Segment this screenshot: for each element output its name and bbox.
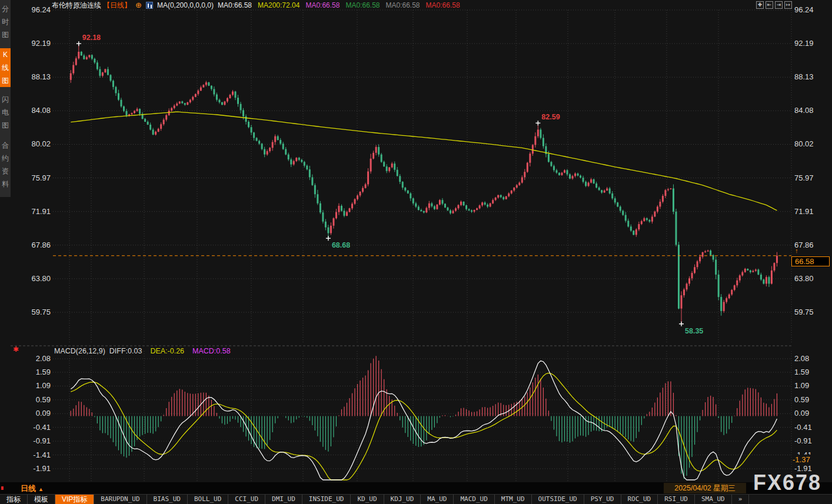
- current-price-badge: 66.58: [791, 256, 830, 266]
- indicator-alert-icon[interactable]: ✱: [13, 345, 19, 353]
- indicator-tab-VIP指标[interactable]: VIP指标: [55, 495, 94, 504]
- ma-value: MA0:66.58: [386, 1, 420, 9]
- macd-value-badge: -1.37: [793, 455, 823, 465]
- ma-values: MA0:66.58MA200:72.04MA0:66.58MA0:66.58MA…: [218, 1, 460, 9]
- macd-header: MACD(26,12,9) DIFF:0.03 DEA:-0.26 MACD:0…: [54, 347, 231, 355]
- indicator-tab-指标[interactable]: 指标: [0, 495, 28, 504]
- indicator-tab-OUTSIDE_UD[interactable]: OUTSIDE_UD: [532, 495, 584, 504]
- indicator-tab-BOLL_UD[interactable]: BOLL_UD: [188, 495, 228, 504]
- indicator-tab-模板[interactable]: 模板: [28, 495, 55, 504]
- highlighted-date: 2025/04/02 星期三: [664, 483, 746, 493]
- ma-value: MA0:66.58: [345, 1, 380, 9]
- indicator-tab-RSI_UD[interactable]: RSI_UD: [658, 495, 695, 504]
- ma-value: MA0:66.58: [426, 1, 460, 9]
- macd-dea-value: DEA:-0.26: [150, 347, 184, 355]
- symbol-title: 布伦特原油连续: [52, 1, 101, 11]
- indicator-tab-MA_UD[interactable]: MA_UD: [421, 495, 454, 504]
- price-alert-icon: ↑: [795, 247, 798, 254]
- axis-right-icon[interactable]: ⇥: [775, 1, 783, 9]
- indicator-tab-MTM_UD[interactable]: MTM_UD: [495, 495, 532, 504]
- ma-value: MA0:66.58: [218, 1, 252, 9]
- indicator-tab-PSY_UD[interactable]: PSY_UD: [584, 495, 621, 504]
- extreme-price-label: 58.35: [685, 327, 703, 335]
- ma-formula: MA(0,200,0,0,0,0): [157, 1, 214, 9]
- macd-macd-value: MACD:0.58: [192, 347, 231, 355]
- kline-app: 92.1868.6882.5958.35 分时图K线图闪电图合约资料 布伦特原油…: [0, 0, 832, 504]
- indicator-tab-ROC_UD[interactable]: ROC_UD: [621, 495, 658, 504]
- ma-value: MA200:72.04: [258, 1, 299, 9]
- indicator-tab-bar: 指标模板VIP指标BARUPDN_UDBIAS_UDBOLL_UDCCI_UDD…: [0, 494, 832, 504]
- kline-mini-icon[interactable]: [146, 2, 153, 9]
- period-dropdown-icon: ▲: [38, 486, 44, 492]
- sidebar: 分时图K线图闪电图合约资料: [0, 0, 11, 197]
- watermark: FX678: [753, 470, 821, 495]
- resize-handle[interactable]: [1, 486, 4, 490]
- indicator-tab-DMI_UD[interactable]: DMI_UD: [265, 495, 302, 504]
- sidebar-tab-1[interactable]: 分时图: [0, 2, 11, 41]
- indicator-tab-MACD_UD[interactable]: MACD_UD: [454, 495, 494, 504]
- chart-header: 布伦特原油连续【日线】 ⊕ MA(0,200,0,0,0,0) MA0:66.5…: [52, 1, 460, 10]
- indicator-tab-»[interactable]: »: [732, 495, 750, 504]
- chart-toolbar: ✚⇤⇥↦: [756, 1, 792, 9]
- indicator-tab-KD_UD[interactable]: KD_UD: [351, 495, 384, 504]
- macd-title: MACD(26,12,9): [54, 347, 105, 355]
- shift-right-icon[interactable]: ↦: [784, 1, 792, 9]
- indicator-tab-SMA_UD[interactable]: SMA_UD: [695, 495, 732, 504]
- indicator-tab-BARUPDN_UD[interactable]: BARUPDN_UD: [94, 495, 147, 504]
- period-selector[interactable]: 日线▲: [21, 483, 44, 494]
- add-indicator-icon[interactable]: ⊕: [135, 2, 142, 9]
- indicator-tab-BIAS_UD[interactable]: BIAS_UD: [147, 495, 188, 504]
- sidebar-tab-4[interactable]: 合约资料: [0, 139, 11, 191]
- move-icon[interactable]: ✚: [756, 1, 764, 9]
- extreme-price-label: 92.18: [82, 34, 101, 42]
- extreme-price-label: 68.68: [332, 241, 350, 249]
- indicator-tab-CCI_UD[interactable]: CCI_UD: [228, 495, 265, 504]
- sidebar-tab-3[interactable]: 闪电图: [0, 93, 11, 132]
- indicator-tab-INSIDE_UD[interactable]: INSIDE_UD: [302, 495, 351, 504]
- sidebar-tab-2[interactable]: K线图: [0, 48, 11, 87]
- axis-left-icon[interactable]: ⇤: [766, 1, 773, 9]
- period-tag: 【日线】: [103, 1, 131, 11]
- indicator-tab-KDJ_UD[interactable]: KDJ_UD: [384, 495, 421, 504]
- macd-diff-value: DIFF:0.03: [109, 347, 142, 355]
- main-chart[interactable]: 92.1868.6882.5958.35: [0, 0, 832, 504]
- extreme-price-label: 82.59: [541, 113, 560, 121]
- ma-value: MA0:66.58: [305, 1, 340, 9]
